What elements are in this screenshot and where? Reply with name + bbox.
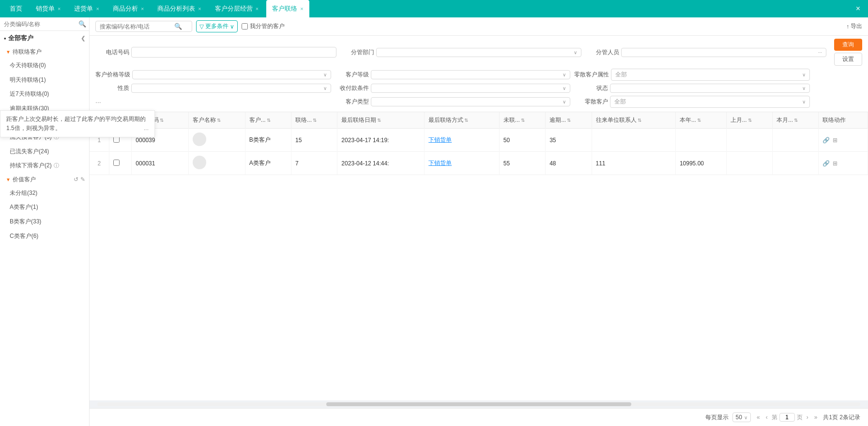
retail-attr-select[interactable]: 全部 ∨ — [611, 69, 810, 81]
row1-link-icon[interactable]: 🔗 — [822, 137, 830, 144]
customer-level-select[interactable]: ∨ — [371, 70, 571, 79]
sidebar-item-c-class[interactable]: C类客户(6) — [0, 229, 89, 244]
payment-select[interactable]: ∨ — [371, 84, 571, 93]
per-page-select[interactable]: 50 ∨ — [732, 412, 751, 422]
page-prefix: 第 — [772, 413, 777, 422]
customer-type-select[interactable]: ∨ — [371, 97, 571, 106]
top-nav: 首页 销货单 × 进货单 × 商品分析 × 商品分析列表 × 客户分层经营 × … — [0, 0, 868, 17]
row2-overdue: 48 — [546, 152, 592, 175]
sidebar-pending-contact-group[interactable]: ▼ 待联络客户 — [0, 45, 89, 59]
sidebar-item-tomorrow[interactable]: 明天待联络(1) — [0, 73, 89, 88]
row1-contact-count: 15 — [291, 129, 337, 152]
phone-input[interactable] — [131, 47, 336, 58]
row2-avatar — [193, 156, 206, 169]
filter-row-1: 电话号码 分管部门 ∨ 分管人员 ··· — [95, 39, 862, 66]
sidebar-item-7days[interactable]: 近7天待联络(0) — [0, 87, 89, 102]
col-current-month[interactable]: 本月...⇅ — [773, 112, 819, 129]
col-type[interactable]: 客户...⇅ — [245, 112, 291, 129]
filter-search-icon[interactable]: 🔍 — [174, 23, 182, 30]
sidebar-item-ungrouped[interactable]: 未分组(32) — [0, 186, 89, 201]
sort-icon-uncontacted: ⇅ — [521, 118, 525, 123]
settings-button[interactable]: 设置 — [834, 53, 862, 66]
col-last-date[interactable]: 最后联络日期⇅ — [337, 112, 425, 129]
status-select[interactable]: ∨ — [610, 84, 810, 93]
row2-link-icon[interactable]: 🔗 — [822, 160, 830, 167]
tab-product-analysis[interactable]: 商品分析 × — [107, 0, 150, 17]
my-customers-checkbox-label[interactable]: 我分管的客户 — [242, 22, 285, 30]
sidebar-search-input[interactable] — [4, 21, 76, 28]
filter-more-button[interactable]: ▽ 更多条件 ∨ — [196, 20, 238, 32]
sidebar-item-b-class[interactable]: B类客户(33) — [0, 215, 89, 229]
page-suffix: 页 — [797, 413, 803, 422]
horizontal-scrollbar[interactable] — [97, 402, 860, 406]
dots-field: ··· — [95, 98, 331, 106]
dept-field: 分管部门 ∨ — [340, 48, 581, 57]
tab-customer-contact[interactable]: 客户联络 × — [266, 0, 309, 17]
prev-page-button[interactable]: ‹ — [764, 413, 770, 421]
col-last-method[interactable]: 最后联络方式⇅ — [425, 112, 500, 129]
row2-last-method[interactable]: 下销货单 — [425, 152, 500, 175]
tab-customer-segmentation[interactable]: 客户分层经营 × — [209, 0, 264, 17]
customer-type-arrow: ∨ — [563, 99, 566, 104]
sidebar: 🔍 ▪ 全部客户 ❮ ▼ 待联络客户 今天待联络(0) 明天待联络(1) 近7天… — [0, 17, 90, 426]
scroll-thumb[interactable] — [326, 402, 631, 406]
col-uncontacted[interactable]: 未联...⇅ — [499, 112, 545, 129]
customer-type-field: 客户类型 ∨ — [335, 97, 571, 106]
row1-grid-icon[interactable]: ⊞ — [833, 137, 838, 144]
export-button[interactable]: ↑ 导出 — [846, 22, 862, 30]
sidebar-search-icon[interactable]: 🔍 — [78, 20, 86, 28]
edit-icon[interactable]: ✎ — [80, 176, 85, 183]
sort-icon-contact: ⇅ — [313, 118, 317, 123]
gender-select[interactable]: ∨ — [131, 84, 331, 93]
price-level-field: 客户价格等级 ∨ — [95, 70, 331, 79]
sidebar-value-customers-group[interactable]: ▼ 价值客户 ↺ ✎ — [0, 173, 89, 186]
col-overdue[interactable]: 逾期...⇅ — [546, 112, 592, 129]
close-all-tabs[interactable]: × — [852, 4, 864, 13]
sidebar-all-customers[interactable]: ▪ 全部客户 ❮ — [0, 31, 89, 45]
tab-sales-order[interactable]: 销货单 × — [30, 0, 66, 17]
close-tab-sales-order[interactable]: × — [58, 6, 61, 12]
sidebar-item-declining[interactable]: 持续下滑客户(2) ⓘ — [0, 159, 89, 173]
sidebar-item-today[interactable]: 今天待联络(0) — [0, 59, 89, 73]
col-last-month[interactable]: 上月...⇅ — [726, 112, 772, 129]
tab-purchase-order[interactable]: 进货单 × — [68, 0, 105, 17]
row2-grid-icon[interactable]: ⊞ — [833, 160, 838, 167]
sort-icon-type: ⇅ — [267, 118, 271, 123]
manager-select[interactable]: ··· — [621, 48, 826, 57]
query-button[interactable]: 查询 — [834, 39, 862, 51]
info-icon-3: ⓘ — [54, 161, 59, 171]
price-level-select[interactable]: ∨ — [132, 70, 331, 79]
tab-product-analysis-list[interactable]: 商品分析列表 × — [152, 0, 207, 17]
close-tab-purchase-order[interactable]: × — [96, 6, 99, 12]
retail-customer-select[interactable]: 全部 ∨ — [610, 96, 810, 108]
last-page-button[interactable]: » — [812, 413, 820, 421]
row2-contact-count: 7 — [291, 152, 337, 175]
col-company-contact[interactable]: 往来单位联系人⇅ — [592, 112, 675, 129]
col-current-year[interactable]: 本年...⇅ — [675, 112, 726, 129]
my-customers-checkbox[interactable] — [242, 23, 248, 29]
row2-checkbox[interactable] — [109, 152, 132, 175]
page-input[interactable] — [779, 413, 795, 422]
row2-select-checkbox[interactable] — [113, 160, 120, 166]
dept-select[interactable]: ∨ — [376, 48, 581, 57]
retail-attr-field: 零散客户属性 全部 ∨ — [574, 69, 810, 81]
col-name[interactable]: 客户名称⇅ — [188, 112, 245, 129]
row1-last-method[interactable]: 下销货单 — [425, 129, 500, 152]
manager-select-arrow: ··· — [818, 50, 822, 55]
refresh-icon[interactable]: ↺ — [74, 176, 78, 183]
tab-home[interactable]: 首页 — [4, 0, 28, 17]
col-contact-count[interactable]: 联络...⇅ — [291, 112, 337, 129]
close-tab-customer-contact[interactable]: × — [300, 6, 303, 12]
close-tab-customer-segmentation[interactable]: × — [256, 6, 259, 12]
sidebar-collapse-icon[interactable]: ❮ — [81, 35, 85, 42]
sidebar-item-lost[interactable]: 已流失客户(24) — [0, 145, 89, 159]
filter-search-input[interactable] — [100, 23, 172, 30]
action-buttons: 查询 设置 — [834, 39, 862, 66]
close-tab-product-analysis-list[interactable]: × — [198, 6, 201, 12]
first-page-button[interactable]: « — [755, 413, 762, 421]
sidebar-item-a-class[interactable]: A类客户(1) — [0, 200, 89, 215]
next-page-button[interactable]: › — [805, 413, 810, 421]
filter-row-2: 客户价格等级 ∨ 客户等级 ∨ 零散客户属性 全部 — [95, 69, 862, 81]
dots-more[interactable]: ··· — [95, 98, 101, 106]
close-tab-product-analysis[interactable]: × — [141, 6, 144, 12]
